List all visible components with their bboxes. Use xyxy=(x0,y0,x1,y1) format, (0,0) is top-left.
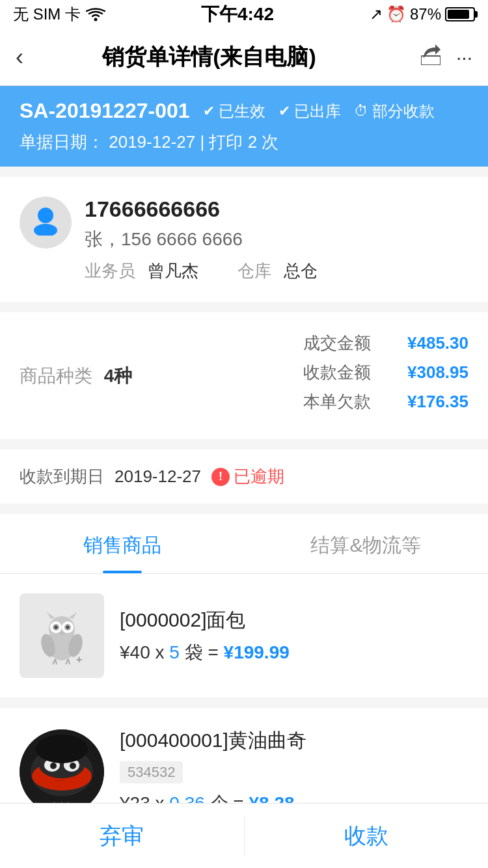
svg-text:―: ― xyxy=(55,774,64,785)
warehouse: 仓库 总仓 xyxy=(237,260,318,282)
customer-name-phone: 张，156 6666 6666 xyxy=(85,227,468,252)
product-count: 商品种类 4种 xyxy=(20,364,132,388)
deal-amount-value: ¥485.30 xyxy=(384,333,468,353)
collect-payment-button[interactable]: 收款 xyxy=(245,804,489,868)
customer-section: 17666666666 张，156 6666 6666 业务员 曾凡杰 仓库 总… xyxy=(0,177,488,302)
product-thumbnail-cookie: ― advanced whole diamond xyxy=(20,729,104,814)
product-list: + [0000002]面包 ¥40 x 5 袋 = ¥199.99 xyxy=(0,574,488,835)
owed-label: 本单欠款 xyxy=(303,390,371,413)
tab-sales-products[interactable]: 销售商品 xyxy=(0,514,244,573)
received-amount-line: 收款金额 ¥308.95 xyxy=(303,361,468,384)
tab-settlement-logistics[interactable]: 结算&物流等 xyxy=(244,514,488,573)
order-date-row: 单据日期： 2019-12-27 | 打印 2 次 xyxy=(20,131,468,154)
more-icon[interactable]: ··· xyxy=(456,46,472,68)
customer-id: 17666666666 xyxy=(85,197,468,222)
avatar-icon xyxy=(29,203,62,242)
svg-point-0 xyxy=(94,18,98,21)
svg-point-2 xyxy=(38,208,53,223)
svg-point-11 xyxy=(55,626,58,629)
svg-point-29 xyxy=(50,763,57,769)
sales-rep-value: 曾凡杰 xyxy=(148,261,198,280)
due-date-value: 2019-12-27 xyxy=(115,467,201,487)
product-name-cookie: [000400001]黄油曲奇 xyxy=(120,727,468,754)
share-icon[interactable] xyxy=(421,44,441,70)
order-date: 2019-12-27 xyxy=(109,132,195,152)
wifi-icon xyxy=(86,7,105,21)
due-label: 收款到期日 xyxy=(20,465,104,488)
order-id: SA-20191227-001 xyxy=(20,99,190,123)
product-price-bread: ¥40 x 5 袋 = ¥199.99 xyxy=(120,640,468,665)
finance-section: 商品种类 4种 成交金额 ¥485.30 收款金额 ¥308.95 本单欠款 ¥… xyxy=(0,312,488,439)
order-banner: SA-20191227-001 ✔ 已生效 ✔ 已出库 ⏱ 部分收款 单据日期：… xyxy=(0,86,488,167)
overdue-label: 已逾期 xyxy=(234,465,284,488)
tabs-bar: 销售商品 结算&物流等 xyxy=(0,514,488,574)
product-details-bread: [0000002]面包 ¥40 x 5 袋 = ¥199.99 xyxy=(120,607,468,665)
svg-point-34 xyxy=(36,735,88,763)
status-left: 无 SIM 卡 xyxy=(13,4,105,25)
status-bar: 无 SIM 卡 下午4:42 ↗ ⏰ 87% xyxy=(0,0,488,29)
bottom-action-bar: 弃审 收款 xyxy=(0,803,488,868)
print-info: | 打印 2 次 xyxy=(200,132,278,152)
warehouse-value: 总仓 xyxy=(284,261,318,280)
status-activated: ✔ 已生效 xyxy=(203,101,265,122)
sales-rep-label: 业务员 xyxy=(85,261,135,280)
customer-meta: 业务员 曾凡杰 仓库 总仓 xyxy=(85,260,468,282)
battery-label: 87% xyxy=(410,5,441,23)
product-total-bread: ¥199.99 xyxy=(224,642,290,662)
svg-point-30 xyxy=(70,763,76,769)
warehouse-label: 仓库 xyxy=(237,261,271,280)
status-time: 下午4:42 xyxy=(201,2,274,27)
product-item: + [0000002]面包 ¥40 x 5 袋 = ¥199.99 xyxy=(0,574,488,698)
status-right: ↗ ⏰ 87% xyxy=(370,5,475,23)
overdue-badge: ! 已逾期 xyxy=(211,465,284,488)
check-icon-2: ✔ xyxy=(278,103,290,120)
product-tag-cookie: 534532 xyxy=(120,761,183,783)
svg-point-12 xyxy=(66,626,70,629)
svg-point-3 xyxy=(34,224,57,236)
clock-icon: ⏱ xyxy=(354,103,368,120)
product-name-bread: [0000002]面包 xyxy=(120,607,468,634)
overdue-icon: ! xyxy=(211,468,230,486)
sales-rep: 业务员 曾凡杰 xyxy=(85,260,198,282)
finance-amounts: 成交金额 ¥485.30 收款金额 ¥308.95 本单欠款 ¥176.35 xyxy=(303,332,468,420)
deal-amount-label: 成交金额 xyxy=(303,332,371,355)
finance-row: 商品种类 4种 成交金额 ¥485.30 收款金额 ¥308.95 本单欠款 ¥… xyxy=(20,332,468,420)
customer-info: 17666666666 张，156 6666 6666 业务员 曾凡杰 仓库 总… xyxy=(85,197,468,282)
carrier-label: 无 SIM 卡 xyxy=(13,4,81,25)
svg-text:+: + xyxy=(76,654,82,665)
alarm-icon: ⏰ xyxy=(386,5,406,23)
received-label: 收款金额 xyxy=(303,361,371,384)
product-thumbnail-bread: + xyxy=(20,593,104,678)
received-value: ¥308.95 xyxy=(384,362,468,383)
date-label: 单据日期： xyxy=(20,132,104,152)
nav-bar: ‹ 销货单详情(来自电脑) ··· xyxy=(0,29,488,86)
product-qty-bread: 5 xyxy=(169,642,180,662)
owed-amount-line: 本单欠款 ¥176.35 xyxy=(303,390,468,413)
owed-value: ¥176.35 xyxy=(384,392,468,412)
page-title: 销货单详情(来自电脑) xyxy=(0,42,421,72)
battery-icon xyxy=(445,7,475,21)
product-count-label: 商品种类 xyxy=(20,366,92,386)
due-date-section: 收款到期日 2019-12-27 ! 已逾期 xyxy=(0,450,488,504)
avatar xyxy=(20,197,72,249)
cancel-review-button[interactable]: 弃审 xyxy=(0,804,244,868)
deal-amount-line: 成交金额 ¥485.30 xyxy=(303,332,468,355)
status-shipped: ✔ 已出库 xyxy=(278,101,341,122)
product-count-value: 4种 xyxy=(104,366,133,386)
status-partial-payment: ⏱ 部分收款 xyxy=(354,101,435,122)
check-icon-1: ✔ xyxy=(203,103,215,120)
nav-actions: ··· xyxy=(421,44,472,70)
location-icon: ↗ xyxy=(370,5,383,23)
